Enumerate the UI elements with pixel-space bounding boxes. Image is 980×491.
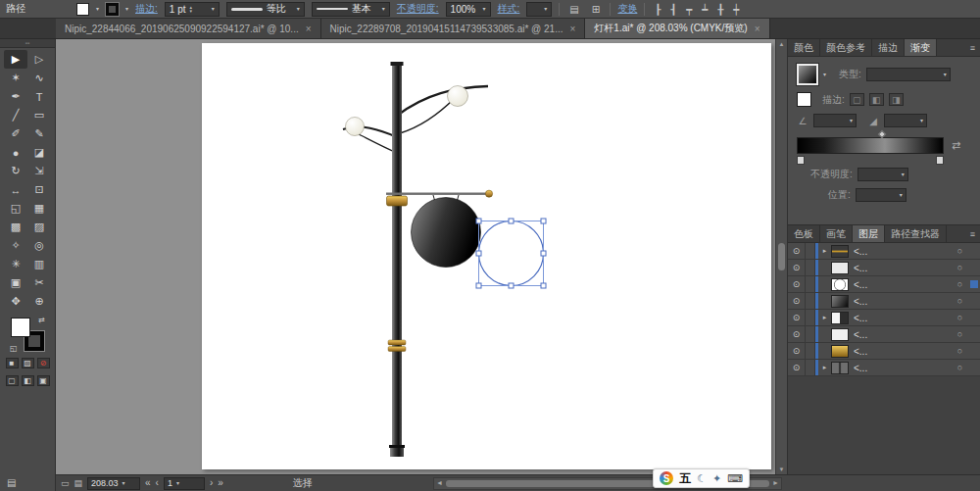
align-right-icon[interactable]: ┨ xyxy=(667,4,679,15)
selection-tool[interactable]: ▶ xyxy=(4,50,27,69)
gradient-tool[interactable]: ▨ xyxy=(27,218,51,236)
location-caret-icon[interactable]: ▾ xyxy=(900,192,903,198)
scroll-right-icon[interactable]: ► xyxy=(772,479,779,486)
document-tab-1[interactable]: Nipic_22844066_20190625090922594127.ai* … xyxy=(56,19,321,38)
layer-name[interactable]: <... xyxy=(854,296,953,307)
tab-layers[interactable]: 图层 xyxy=(853,225,885,242)
screen-mode-normal-button[interactable]: ▢ xyxy=(6,375,19,386)
magic-wand-tool[interactable]: ✶ xyxy=(4,69,27,87)
eraser-tool[interactable]: ◪ xyxy=(27,143,51,162)
status-icon-1[interactable]: ▭ xyxy=(61,478,70,488)
lock-column[interactable] xyxy=(806,276,815,292)
tab-color[interactable]: 颜色 xyxy=(788,39,820,56)
lock-column[interactable] xyxy=(806,293,815,309)
visibility-eye-icon[interactable]: ⊙ xyxy=(788,243,806,259)
blob-brush-tool[interactable]: ● xyxy=(4,143,27,162)
gradient-stroke-across-icon[interactable]: ◨ xyxy=(889,93,904,106)
rectangle-tool[interactable]: ▭ xyxy=(27,106,51,124)
lamp-artwork[interactable] xyxy=(202,43,771,469)
layer-row-8[interactable]: ⊙ ▸ <... ○ xyxy=(788,360,980,376)
previous-artboard-button[interactable]: ‹ xyxy=(156,478,159,488)
layer-thumbnail[interactable] xyxy=(831,245,849,258)
layer-row-2[interactable]: ⊙ <... ○ xyxy=(788,260,980,276)
last-artboard-button[interactable]: » xyxy=(218,478,223,488)
sogou-logo-icon[interactable]: S xyxy=(660,471,673,485)
layer-thumbnail[interactable] xyxy=(831,362,849,374)
gradient-type-combo[interactable]: ▾ xyxy=(866,68,951,81)
layer-target-icon[interactable]: ○ xyxy=(953,279,967,289)
first-artboard-button[interactable]: « xyxy=(145,478,151,488)
paintbrush-tool[interactable]: ✐ xyxy=(4,124,27,143)
opacity-link[interactable]: 不透明度: xyxy=(397,2,439,16)
visibility-eye-icon[interactable]: ⊙ xyxy=(788,276,806,292)
opacity-caret-icon[interactable]: ▾ xyxy=(483,6,486,12)
hand-tool[interactable]: ✥ xyxy=(4,292,27,311)
layer-target-icon[interactable]: ○ xyxy=(953,363,967,372)
column-graph-tool[interactable]: ▥ xyxy=(27,255,51,273)
mesh-tool[interactable]: ▩ xyxy=(4,218,27,236)
none-mode-button[interactable]: ⊘ xyxy=(37,358,50,368)
visibility-eye-icon[interactable]: ⊙ xyxy=(788,293,806,309)
selected-art-square[interactable] xyxy=(970,280,978,288)
tab-color-guide[interactable]: 颜色参考 xyxy=(820,39,872,56)
direct-selection-tool[interactable]: ▷ xyxy=(27,50,51,69)
gradient-stroke-within-icon[interactable]: ▢ xyxy=(850,93,864,106)
pen-tool[interactable]: ✒ xyxy=(4,87,27,106)
panel-menu-icon[interactable]: ≡ xyxy=(965,39,980,56)
zoom-combo[interactable]: 208.03 ▾ xyxy=(87,477,140,490)
brush-caret-icon[interactable]: ▾ xyxy=(382,6,385,12)
selection-bounding-box[interactable] xyxy=(476,219,546,288)
visibility-eye-icon[interactable]: ⊙ xyxy=(788,260,806,275)
profile-caret-icon[interactable]: ▾ xyxy=(297,6,300,12)
free-transform-tool[interactable]: ⊡ xyxy=(27,180,51,199)
selected-circle-path[interactable] xyxy=(479,221,544,286)
opacity-combo[interactable]: 100% ▾ xyxy=(446,2,491,17)
tab-swatches[interactable]: 色板 xyxy=(788,225,820,242)
aspect-combo[interactable]: ▾ xyxy=(884,114,927,127)
expand-triangle-icon[interactable]: ▸ xyxy=(818,247,831,255)
stroke-width-spinner[interactable]: ▴▾ xyxy=(190,5,193,13)
close-icon[interactable]: × xyxy=(570,24,576,34)
tab-brushes[interactable]: 画笔 xyxy=(820,225,853,242)
layer-name[interactable]: <... xyxy=(854,329,953,340)
panel-menu-icon[interactable]: ≡ xyxy=(965,225,980,242)
preferences-icon[interactable]: ⊞ xyxy=(588,4,603,15)
line-tool[interactable]: ╱ xyxy=(4,106,27,124)
expand-triangle-icon[interactable]: ▸ xyxy=(818,314,831,321)
blend-tool[interactable]: ◎ xyxy=(27,236,51,255)
gradient-opacity-combo[interactable]: ▾ xyxy=(858,168,908,181)
stroke-width-caret-icon[interactable]: ▾ xyxy=(212,6,215,12)
layer-name[interactable]: <... xyxy=(854,313,953,323)
status-icon-2[interactable]: ▤ xyxy=(74,478,83,488)
type-caret-icon[interactable]: ▾ xyxy=(944,72,947,77)
transform-link[interactable]: 变换 xyxy=(617,2,637,16)
artboard[interactable] xyxy=(202,43,771,469)
slice-tool[interactable]: ✂ xyxy=(27,273,51,292)
vertical-scroll-thumb[interactable] xyxy=(778,243,785,270)
default-fill-stroke-icon[interactable]: ◱ xyxy=(10,344,18,353)
layer-target-icon[interactable]: ○ xyxy=(953,346,967,356)
layer-name[interactable]: <... xyxy=(854,263,953,273)
reverse-gradient-icon[interactable]: ⇄ xyxy=(952,139,960,152)
align-bottom-icon[interactable]: ┷ xyxy=(699,4,710,15)
align-top-icon[interactable]: ┯ xyxy=(683,4,695,15)
shape-builder-tool[interactable]: ◱ xyxy=(4,199,27,218)
toolbar-grabber[interactable]: ▪▪ xyxy=(0,39,55,48)
visibility-eye-icon[interactable]: ⊙ xyxy=(788,310,806,325)
tab-pathfinder[interactable]: 路径查找器 xyxy=(885,225,947,242)
layer-target-icon[interactable]: ○ xyxy=(953,296,967,306)
stroke-width-combo[interactable]: 1 pt ▴▾ ▾ xyxy=(165,2,220,17)
align-center-v-icon[interactable]: ┿ xyxy=(730,4,742,15)
lock-column[interactable] xyxy=(806,243,815,259)
perspective-grid-tool[interactable]: ▦ xyxy=(27,199,51,218)
angle-combo[interactable]: ▾ xyxy=(813,114,857,127)
stroke-link[interactable]: 描边: xyxy=(135,2,158,16)
layer-name[interactable]: <... xyxy=(854,279,953,290)
layer-thumbnail[interactable] xyxy=(831,345,849,358)
skin-icon[interactable]: ✦ xyxy=(712,472,721,485)
gradient-location-combo[interactable]: ▾ xyxy=(856,188,906,202)
layer-thumbnail[interactable] xyxy=(831,278,849,291)
layer-row-1[interactable]: ⊙ ▸ <... ○ xyxy=(788,243,980,260)
stroke-caret-icon[interactable]: ▾ xyxy=(125,6,128,12)
lock-column[interactable] xyxy=(806,326,815,342)
